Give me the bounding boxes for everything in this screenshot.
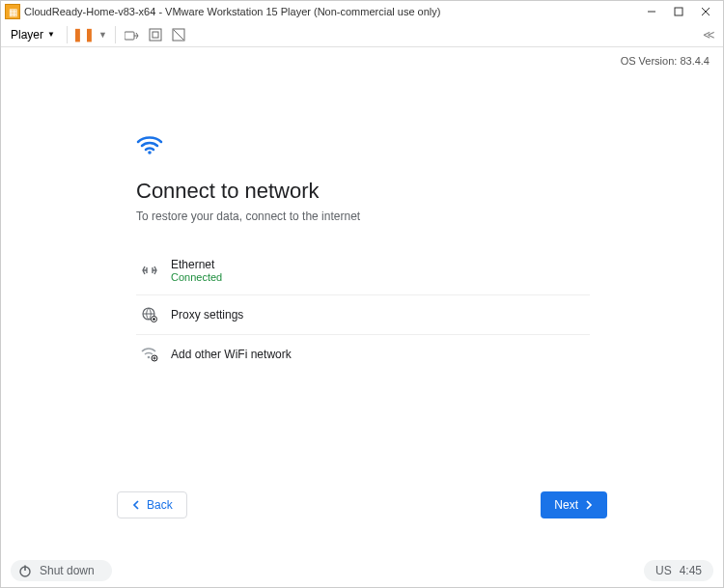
back-button[interactable]: Back xyxy=(117,491,187,518)
send-ctrl-alt-del-button[interactable] xyxy=(122,24,143,45)
fullscreen-icon xyxy=(149,28,162,42)
fullscreen-button[interactable] xyxy=(145,24,166,45)
pause-vm-button[interactable]: ❚❚ xyxy=(73,24,95,45)
ethernet-label: Ethernet xyxy=(171,258,222,271)
wifi-hero-icon xyxy=(136,134,590,155)
caret-down-icon: ▼ xyxy=(47,30,55,39)
ethernet-icon xyxy=(136,265,163,276)
toolbar-collapse-button[interactable]: ≪ xyxy=(698,24,719,45)
network-item-add-wifi[interactable]: Add other WiFi network xyxy=(136,335,590,374)
player-menu-label: Player xyxy=(11,28,43,42)
shutdown-label: Shut down xyxy=(40,564,95,577)
close-icon xyxy=(701,7,710,16)
page-subhead: To restore your data, connect to the int… xyxy=(136,210,590,223)
proxy-label: Proxy settings xyxy=(171,308,243,322)
shelf: Shut down US 4:45 xyxy=(1,554,723,587)
back-button-label: Back xyxy=(147,498,173,512)
guest-os-screen: OS Version: 83.4.4 Connect to network To… xyxy=(1,47,723,587)
toolbar-separator xyxy=(67,26,68,43)
maximize-button[interactable] xyxy=(665,1,692,22)
page-headline: Connect to network xyxy=(136,179,590,204)
chevron-left-icon xyxy=(131,500,141,510)
network-item-proxy[interactable]: Proxy settings xyxy=(136,295,590,335)
unity-icon xyxy=(172,28,185,42)
pause-icon: ❚❚ xyxy=(72,27,96,42)
player-menu[interactable]: Player ▼ xyxy=(5,26,61,43)
svg-line-8 xyxy=(174,30,183,40)
oobe-content: Connect to network To restore your data,… xyxy=(136,134,590,374)
globe-plus-icon xyxy=(136,307,163,322)
wifi-plus-icon xyxy=(136,347,163,362)
unity-mode-button[interactable] xyxy=(168,24,189,45)
svg-point-9 xyxy=(148,151,152,154)
os-version-label: OS Version: 83.4.4 xyxy=(621,55,710,67)
chevron-right-icon xyxy=(584,500,594,510)
minimize-icon xyxy=(647,7,656,16)
window-title: CloudReady-Home-v83-x64 - VMware Worksta… xyxy=(24,6,638,17)
ethernet-status: Connected xyxy=(171,271,222,283)
send-cad-icon xyxy=(125,28,140,42)
status-tray[interactable]: US 4:45 xyxy=(644,560,713,581)
svg-rect-4 xyxy=(125,32,134,40)
addwifi-label: Add other WiFi network xyxy=(171,348,292,361)
clock: 4:45 xyxy=(680,564,702,577)
minimize-button[interactable] xyxy=(638,1,665,22)
network-item-ethernet[interactable]: Ethernet Connected xyxy=(136,246,590,295)
keyboard-locale: US xyxy=(655,564,672,577)
vmware-titlebar: ▦ CloudReady-Home-v83-x64 - VMware Works… xyxy=(1,1,723,22)
oobe-nav: Back Next xyxy=(117,491,607,518)
svg-point-12 xyxy=(148,356,151,359)
power-submenu-caret-icon[interactable]: ▼ xyxy=(97,30,109,40)
maximize-icon xyxy=(674,7,683,16)
toolbar-separator xyxy=(115,26,116,43)
vmware-toolbar: Player ▼ ❚❚ ▼ ≪ xyxy=(1,22,723,47)
close-button[interactable] xyxy=(692,1,719,22)
power-icon xyxy=(18,564,32,577)
vmware-app-icon: ▦ xyxy=(5,4,20,19)
shutdown-button[interactable]: Shut down xyxy=(11,560,112,581)
svg-rect-5 xyxy=(150,29,161,41)
chevrons-left-icon: ≪ xyxy=(703,28,715,42)
next-button-label: Next xyxy=(554,498,578,512)
svg-rect-6 xyxy=(153,32,158,38)
next-button[interactable]: Next xyxy=(541,491,607,518)
svg-rect-1 xyxy=(675,8,682,15)
